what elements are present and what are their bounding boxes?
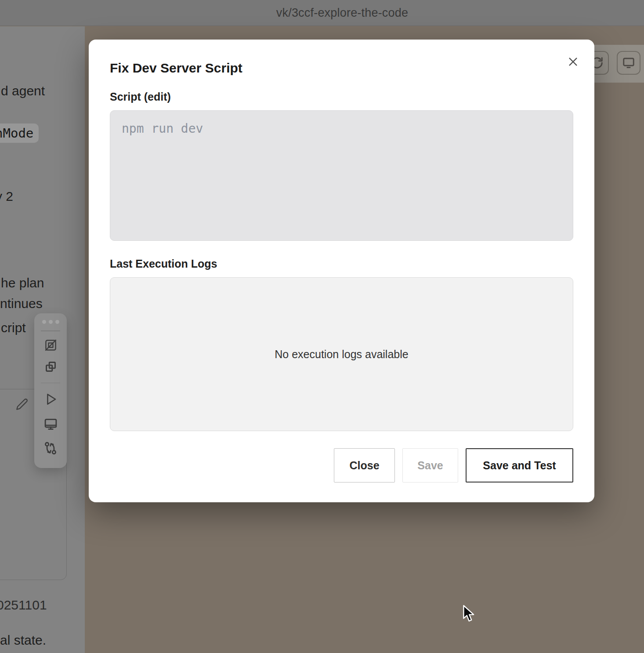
preview-monitor-icon[interactable] bbox=[617, 51, 640, 75]
chat-text-fragment: ntinues bbox=[0, 296, 43, 311]
fix-dev-server-script-dialog: Fix Dev Server Script Script (edit) Last… bbox=[89, 40, 594, 502]
script-field-label: Script (edit) bbox=[110, 90, 573, 103]
chat-text-fragment: y 2 bbox=[0, 189, 13, 204]
dialog-title: Fix Dev Server Script bbox=[110, 40, 573, 76]
logs-field-label: Last Execution Logs bbox=[110, 257, 573, 270]
window-title: vk/3ccf-explore-the-code bbox=[0, 0, 644, 26]
chat-text-fragment: cript bbox=[1, 320, 26, 335]
copy-icon[interactable] bbox=[44, 360, 58, 374]
close-icon[interactable] bbox=[566, 54, 580, 69]
logs-empty-text: No execution logs available bbox=[275, 348, 408, 361]
chat-text-fragment: d agent bbox=[1, 83, 45, 98]
window-title-bar: vk/3ccf-explore-the-code bbox=[0, 0, 644, 26]
mouse-cursor bbox=[463, 605, 475, 623]
close-button[interactable]: Close bbox=[334, 448, 395, 482]
monitor-icon[interactable] bbox=[43, 417, 58, 432]
screenshot-icon[interactable] bbox=[44, 338, 58, 352]
play-icon[interactable] bbox=[43, 392, 58, 406]
palette-divider bbox=[41, 330, 60, 331]
palette-divider bbox=[41, 383, 60, 384]
chat-text-fragment: he plan bbox=[1, 276, 44, 290]
save-button[interactable]: Save bbox=[402, 448, 458, 482]
inline-code-chip: nMode bbox=[0, 123, 39, 143]
chat-text-fragment: al state. bbox=[0, 633, 46, 648]
git-compare-icon[interactable] bbox=[43, 441, 58, 456]
save-and-test-button[interactable]: Save and Test bbox=[466, 448, 573, 482]
script-input[interactable] bbox=[110, 110, 573, 241]
edit-pencil-icon[interactable] bbox=[16, 398, 28, 410]
drag-handle-dots-icon[interactable] bbox=[42, 320, 59, 324]
dialog-footer: Close Save Save and Test bbox=[110, 448, 573, 482]
execution-logs-panel: No execution logs available bbox=[110, 277, 573, 431]
floating-tool-palette bbox=[34, 313, 67, 468]
chat-text-fragment: 0251101 bbox=[0, 598, 47, 613]
